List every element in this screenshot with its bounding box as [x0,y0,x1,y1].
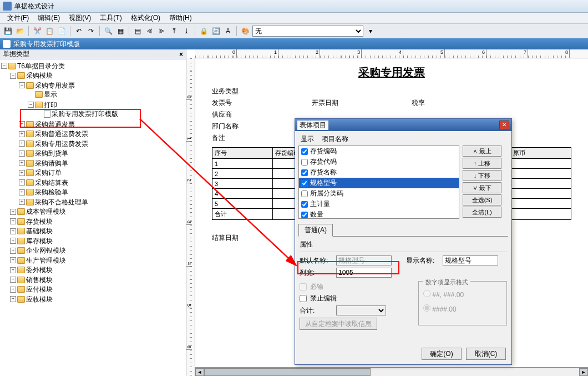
dropdown-icon[interactable]: ▾ [366,26,376,36]
tree-item[interactable]: 采购订单 [35,168,62,177]
tree-item[interactable]: 采购普通发票 [35,120,75,129]
expander-icon[interactable]: + [10,228,16,234]
expander-icon[interactable]: − [1,63,7,69]
list-checkbox[interactable] [301,148,308,155]
expander-icon[interactable]: − [28,102,34,108]
tree-display[interactable]: 显示 [44,90,57,99]
align-bottom-icon[interactable]: ⤓ [181,26,191,36]
cut-icon[interactable]: ✂️ [32,26,42,36]
ok-button[interactable]: 确定(O) [422,348,462,360]
sum-combo[interactable] [336,305,386,315]
display-name-input[interactable] [443,255,498,265]
dialog-close-icon[interactable]: ✕ [499,121,509,129]
menu-edit[interactable]: 编辑(E) [33,12,64,24]
paste-icon[interactable]: 📄 [57,26,67,36]
tree-item[interactable]: 采购普通运费发票 [35,129,88,138]
list-item[interactable]: 数量 [299,209,459,219]
cancel-button[interactable]: 取消(C) [466,348,506,360]
undo-icon[interactable]: ↶ [74,26,84,36]
expander-icon[interactable]: + [19,189,25,195]
noedit-checkbox[interactable] [300,295,307,302]
table-cell[interactable]: 5 [212,199,273,209]
select-all-button[interactable]: 全选(S) [463,194,501,205]
expander-icon[interactable]: + [10,267,16,273]
menu-help[interactable]: 帮助(H) [165,12,196,24]
tab-general[interactable]: 普通(A) [298,224,333,237]
expander-icon[interactable]: + [19,160,25,166]
list-item[interactable]: 存货编码 [299,146,459,157]
scroll-right-icon[interactable]: ► [579,368,588,376]
list-item[interactable]: 主计量 [299,199,459,209]
expander-icon[interactable]: + [10,248,16,254]
list-item[interactable]: 所属分类码 [299,188,459,199]
tree-item[interactable]: 采购专用运费发票 [35,139,88,148]
table-cell[interactable]: 2 [212,169,273,179]
list-item[interactable]: 存货名称 [299,167,459,178]
align-right-icon[interactable]: ⫸ [157,26,167,36]
expander-icon[interactable]: + [19,179,25,186]
expander-icon[interactable]: + [19,151,25,157]
list-item[interactable]: 规格型号 [299,178,459,188]
expander-icon[interactable]: + [10,296,16,302]
tree-module[interactable]: 生产管理模块 [26,256,66,265]
tree-module[interactable]: 应付模块 [26,285,53,294]
align-left-icon[interactable]: ⫷ [145,26,155,36]
scroll-thumb[interactable] [204,368,371,376]
expander-icon[interactable]: + [10,287,16,293]
tree-print-template[interactable]: 采购专用发票打印模版 [52,109,118,118]
save-icon[interactable]: 💾 [3,26,13,36]
horizontal-scrollbar[interactable]: ◄ ► [195,367,588,376]
close-panel-icon[interactable]: × [179,51,183,58]
tree-purchase-invoice[interactable]: 采购专用发票 [35,81,75,90]
tree-item[interactable]: 采购不合格处理单 [35,198,88,207]
copy-icon[interactable]: 📋 [44,26,54,36]
scroll-left-icon[interactable]: ◄ [195,368,204,376]
table-cell[interactable]: 3 [212,179,273,189]
move-bottom-button[interactable]: ∨ 最下 [463,182,501,193]
clear-all-button[interactable]: 全清(L) [463,207,501,218]
tree-print[interactable]: 打印 [44,101,57,109]
list-checkbox[interactable] [301,180,308,187]
expander-icon[interactable]: + [10,238,16,244]
tree-module[interactable]: 基础模块 [26,227,53,235]
tree-root[interactable]: T6单据目录分类 [17,62,65,71]
expander-icon[interactable]: + [10,218,16,224]
menu-view[interactable]: 视图(V) [64,12,95,24]
table-header[interactable]: 原币 [510,148,571,159]
tree[interactable]: −T6单据目录分类 −采购模块 −采购专用发票 显示 −打印 采购专用发票打印模… [0,59,186,376]
expander-icon[interactable]: − [10,73,16,79]
list-checkbox[interactable] [301,159,308,166]
expander-icon[interactable]: + [10,209,16,215]
move-up-button[interactable]: ↑ 上移 [463,158,501,169]
scroll-track[interactable] [204,368,579,376]
expander-icon[interactable]: + [19,199,25,205]
list-item[interactable]: 存货代码 [299,157,459,167]
tree-item[interactable]: 采购结算表 [35,178,68,187]
move-top-button[interactable]: ∧ 最上 [463,146,501,157]
tree-item[interactable]: 采购请购单 [35,159,68,168]
grid-icon[interactable]: ▤ [133,26,143,36]
style-combo[interactable]: 无 [252,26,363,37]
field-list[interactable]: 存货编码存货代码存货名称规格型号所属分类码主计量数量 [298,146,459,219]
tree-module[interactable]: 委外模块 [26,265,53,274]
expander-icon[interactable]: + [19,121,25,127]
tree-module[interactable]: 销售模块 [26,275,53,284]
table-cell[interactable]: 4 [212,189,273,199]
align-top-icon[interactable]: ⤒ [169,26,179,36]
expander-icon[interactable]: + [10,277,16,283]
menu-file[interactable]: 文件(F) [3,12,33,24]
tree-purchase[interactable]: 采购模块 [26,71,53,80]
table-header[interactable]: 序号 [212,148,273,159]
redo-icon[interactable]: ↷ [86,26,96,36]
expander-icon[interactable]: + [19,131,25,137]
open-icon[interactable]: 📂 [15,26,25,36]
tree-item[interactable]: 采购到货单 [35,149,68,158]
tree-module[interactable]: 企业网银模块 [26,246,66,255]
refresh-icon[interactable]: 🔄 [211,26,221,36]
tree-module[interactable]: 成本管理模块 [26,207,66,216]
align-icon[interactable]: ▦ [115,26,125,36]
zoom-icon[interactable]: 🔍 [103,26,113,36]
table-cell[interactable]: 1 [212,159,273,169]
list-checkbox[interactable] [301,169,308,176]
expander-icon[interactable]: + [19,141,25,147]
